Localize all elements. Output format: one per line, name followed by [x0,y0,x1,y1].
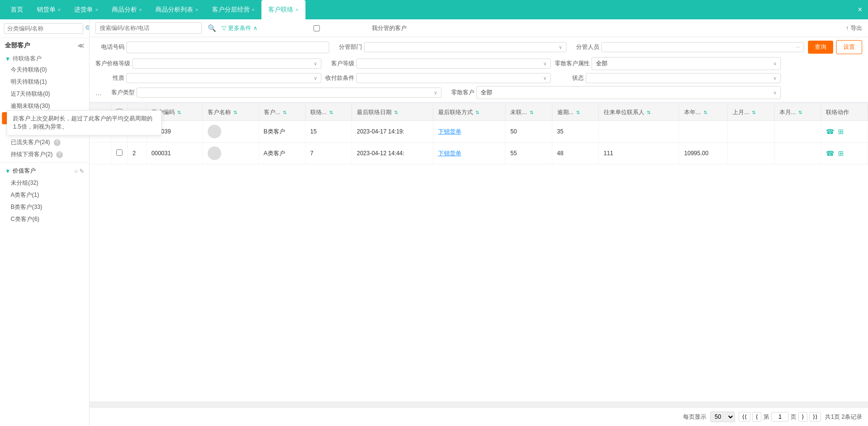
filter-retail-customer-field: 零散客户 全部 ∨ [445,86,781,99]
td-customer-type-1: B类客户 [259,121,305,143]
tab-product-analysis[interactable]: 商品分析 × [105,0,149,19]
th-customer-type[interactable]: 客户... ⇅ [259,104,305,121]
td-customer-code-2: 000031 [146,143,202,164]
last-page-button[interactable]: ⟩⟩ [809,412,821,422]
sidebar-item-lost-customers[interactable]: 已流失客户(24) ? [0,136,89,148]
sidebar-collapse-icon[interactable]: ≪ [77,42,84,49]
chevron-up-icon: ∧ [253,25,258,31]
value-group-edit-icons[interactable]: ○ ✎ [74,168,84,175]
sidebar-pending-contact-group[interactable]: ▼ 待联络客户 [0,53,89,64]
sort-unit-contact-icon: ⇅ [647,110,651,115]
next-page-button[interactable]: ⟩ [798,412,807,422]
query-button[interactable]: 查询 [808,41,833,54]
action-grid-icon-2[interactable]: ⊞ [838,149,844,157]
tab-home[interactable]: 首页 [4,0,30,19]
filter-phone-field: 电话号码 [95,42,329,53]
tab-purchase-order[interactable]: 进货单 × [67,0,105,19]
prev-page-button[interactable]: ⟨ [752,412,761,422]
th-last-month[interactable]: 上月... ⇅ [728,104,774,121]
retail-attr-select[interactable]: 全部 ∨ [592,57,781,70]
sidebar-item-b-class[interactable]: B类客户(33) [0,201,89,213]
th-unit-contact[interactable]: 往来单位联系人 ⇅ [598,104,679,121]
td-last-contact-method-2[interactable]: 下销货单 [433,143,505,164]
per-page-select[interactable]: 50 100 200 [710,411,735,422]
close-purchase-order-icon[interactable]: × [95,0,98,19]
action-grid-icon-1[interactable]: ⊞ [838,128,844,135]
td-contact-count-2: 7 [305,143,351,164]
value-group-arrow-icon: ▼ [5,168,11,175]
th-this-year[interactable]: 本年... ⇅ [679,104,728,121]
row-2-checkbox[interactable] [116,149,122,156]
sidebar-item-unclassified[interactable]: 未分组(32) [0,177,89,189]
sidebar-search-icon[interactable]: 🔍 [85,25,90,32]
action-call-icon-1[interactable]: ☎ [826,128,834,135]
action-call-icon-2[interactable]: ☎ [826,149,834,157]
sort-customer-name-icon: ⇅ [233,110,237,115]
th-last-contact-date[interactable]: 最后联络日期 ⇅ [352,104,433,121]
filter-customer-type-field: 客户类型 ∨ [106,88,441,98]
close-product-analysis-icon[interactable]: × [139,0,142,19]
manager-select[interactable]: ··· [601,42,804,52]
avatar-1 [208,125,221,138]
td-checkbox-2[interactable] [111,143,127,164]
sidebar-item-declining-customers[interactable]: 持续下滑客户(2) ? [0,148,89,161]
th-not-contacted[interactable]: 未联... ⇅ [505,104,552,121]
sidebar-item-c-class[interactable]: C类客户(6) [0,213,89,225]
th-customer-name[interactable]: 客户名称 ⇅ [202,104,259,121]
sidebar-item-today-pending[interactable]: 今天待联络(0) [0,64,89,76]
customer-type-select[interactable]: ∨ [137,88,441,98]
search-input[interactable] [95,22,202,34]
th-last-contact-method[interactable]: 最后联络方式 ⇅ [433,104,505,121]
th-this-month[interactable]: 本月... ⇅ [774,104,821,121]
th-overdue[interactable]: 逾期... ⇅ [552,104,598,121]
gender-select[interactable]: ∨ [126,73,321,83]
status-select[interactable]: ∨ [586,73,781,83]
price-grade-select[interactable]: ∨ [132,59,321,69]
sort-overdue-icon: ⇅ [576,110,580,115]
settings-button[interactable]: 设置 [836,40,862,54]
phone-input[interactable] [126,42,329,53]
close-product-analysis-list-icon[interactable]: × [195,0,198,19]
sidebar-all-customers[interactable]: 全部客户 ≪ [0,38,89,53]
page-label: 第 [763,413,769,421]
td-last-month-1 [728,121,774,143]
first-page-button[interactable]: ⟨⟨ [739,412,750,422]
more-dots-icon[interactable]: ... [95,88,102,97]
last-contact-method-link-1[interactable]: 下销货单 [438,128,461,135]
th-contact-count[interactable]: 联络... ⇅ [305,104,351,121]
tab-product-analysis-list[interactable]: 商品分析列表 × [149,0,205,19]
close-sales-order-icon[interactable]: × [58,0,61,19]
payment-select[interactable]: ∨ [356,73,551,83]
status-label: 状态 [555,74,584,82]
close-customer-tier-icon[interactable]: × [252,0,255,19]
tab-customer-tier[interactable]: 客户分层经营 × [205,0,261,19]
td-last-month-2 [728,143,774,164]
filter-icon: ▽ [222,25,226,31]
sidebar-value-group[interactable]: ▼ 价值客户 ○ ✎ [0,165,89,177]
my-customers-check[interactable] [263,25,370,31]
more-conditions-button[interactable]: ▽ 更多条件 ∧ [222,24,258,32]
status-chevron-icon: ∨ [773,75,777,81]
customer-grade-select[interactable]: ∨ [356,59,551,69]
tab-customer-contact[interactable]: 客户联络 × [261,0,305,19]
page-number-input[interactable] [771,412,789,422]
my-customers-checkbox[interactable]: 我分管的客户 [263,24,407,32]
close-all-tabs-button[interactable]: × [858,5,862,14]
last-contact-method-link-2[interactable]: 下销货单 [438,150,461,157]
sidebar-item-7days-pending[interactable]: 近7天待联络(0) [0,88,89,100]
search-button[interactable]: 🔍 [208,24,216,32]
close-customer-contact-icon[interactable]: × [295,0,298,19]
export-button[interactable]: ↑ 导出 [846,24,862,32]
dept-select[interactable]: ∨ [364,42,567,52]
sidebar-item-a-class[interactable]: A类客户(1) [0,189,89,201]
retail-customer-select[interactable]: 全部 ∨ [476,86,781,99]
sidebar-search-input[interactable] [4,23,83,34]
horizontal-scrollbar[interactable] [90,401,868,407]
sort-contact-count-icon: ⇅ [329,110,333,115]
table-container: ⚙ 客户编码 ⇅ 客户名称 ⇅ [90,104,868,401]
td-not-contacted-2: 55 [505,143,552,164]
tab-sales-order[interactable]: 销货单 × [30,0,67,19]
sidebar-item-tomorrow-pending[interactable]: 明天待联络(1) [0,76,89,88]
td-last-contact-method-1[interactable]: 下销货单 [433,121,505,143]
filter-payment-field: 收付款条件 ∨ [325,73,551,83]
